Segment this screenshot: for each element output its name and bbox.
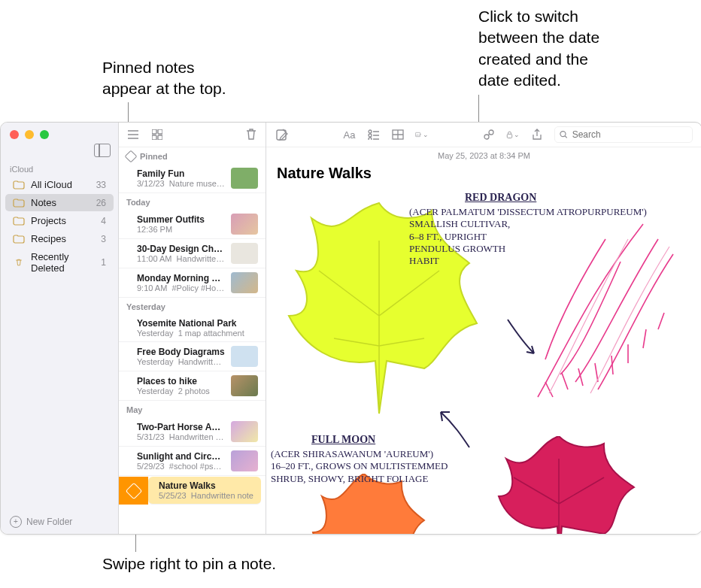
folder-icon — [13, 199, 25, 208]
section-yesterday: Yesterday — [119, 298, 266, 314]
note-title: Places to hike — [137, 376, 225, 386]
note-date: Yesterday — [137, 357, 174, 366]
sketch-label-body: (ACER SHIRASAWANUM 'AUREUM') 16–20 FT., … — [271, 448, 448, 485]
callout-date-toggle: Click to switch between the date created… — [478, 6, 599, 91]
close-button[interactable] — [10, 130, 19, 139]
note-row[interactable]: Yosemite National Park Yesterday 1 map a… — [119, 314, 266, 342]
note-row[interactable]: Free Body Diagrams Yesterday Handwritten… — [119, 342, 266, 371]
note-thumb — [231, 243, 258, 264]
note-row[interactable]: 30-Day Design Challen… 11:00 AM Handwrit… — [119, 239, 266, 268]
share-icon[interactable] — [530, 128, 544, 141]
callout-pinned: Pinned notes appear at the top. — [102, 57, 226, 100]
note-date-toggle[interactable]: May 25, 2023 at 8:34 PM — [266, 147, 701, 160]
new-folder-button[interactable]: + New Folder — [1, 510, 118, 534]
folder-all-icloud[interactable]: All iCloud 33 — [5, 176, 114, 193]
note-title-heading: Nature Walks — [266, 160, 701, 188]
folder-notes[interactable]: Notes 26 — [5, 194, 114, 211]
folder-recently-deleted[interactable]: Recently Deleted 1 — [5, 248, 114, 277]
folder-icon — [13, 180, 25, 189]
folder-label: Notes — [31, 197, 56, 208]
note-date: 12:36 PM — [137, 225, 172, 234]
window-controls — [1, 123, 118, 144]
note-sub: Handwritten note — [177, 254, 225, 263]
svg-point-5 — [369, 130, 372, 133]
editor-toolbar: Aa ⌄ ⌄ — [266, 123, 701, 147]
table-icon[interactable] — [391, 128, 405, 141]
svg-rect-1 — [158, 129, 162, 134]
media-icon[interactable]: ⌄ — [415, 128, 429, 141]
note-title: Monday Morning Meeting — [137, 273, 225, 283]
note-row[interactable]: Family Fun 3/12/23 Nature museum — [119, 164, 266, 193]
note-date: 5/31/23 — [137, 432, 165, 441]
callout-swipe: Swipe right to pin a note. — [102, 553, 276, 574]
note-title: Sunlight and Circadian… — [137, 451, 225, 462]
folder-label: Recipes — [31, 233, 66, 244]
notelist-toolbar — [119, 123, 266, 147]
note-title: Free Body Diagrams — [137, 347, 225, 357]
list-view-icon[interactable] — [126, 128, 140, 141]
note-title: 30-Day Design Challen… — [137, 244, 225, 254]
folder-list: All iCloud 33 Notes 26 Projects 4 Recipe… — [1, 175, 118, 277]
folder-recipes[interactable]: Recipes 3 — [5, 230, 114, 247]
minimize-button[interactable] — [25, 130, 34, 139]
folder-icon — [13, 217, 25, 226]
note-row[interactable]: Sunlight and Circadian… 5/29/23 #school … — [119, 447, 266, 476]
note-sub: Nature museum — [169, 179, 225, 188]
note-thumb — [231, 450, 258, 471]
note-title: Summer Outfits — [137, 214, 225, 225]
note-thumb — [231, 375, 258, 396]
toggle-sidebar-icon[interactable] — [94, 144, 111, 157]
note-sub: 1 map attachment — [178, 329, 244, 338]
callout-text: Pinned notes appear at the top. — [102, 59, 226, 97]
svg-rect-12 — [507, 134, 511, 138]
account-label: iCloud — [1, 162, 118, 175]
note-sub: #Policy #Housing… — [171, 283, 225, 292]
folder-count: 26 — [96, 198, 106, 208]
note-title: Two-Part Horse Anima… — [137, 422, 225, 432]
search-input[interactable] — [554, 126, 693, 143]
note-row[interactable]: Places to hike Yesterday 2 photos — [119, 371, 266, 401]
search-field[interactable] — [571, 129, 687, 141]
sketch-label-body: (ACER PALMATUM 'DISSECTUM ATROPURPUREUM'… — [409, 206, 647, 267]
link-icon[interactable] — [482, 128, 496, 141]
folder-icon — [13, 235, 25, 244]
note-date: 11:00 AM — [137, 254, 171, 263]
note-thumb — [231, 272, 258, 293]
notes-window: iCloud All iCloud 33 Notes 26 Projects 4… — [0, 122, 701, 535]
arrow-icon — [432, 406, 477, 451]
pin-icon — [125, 150, 138, 163]
svg-rect-9 — [415, 132, 420, 136]
lock-icon[interactable]: ⌄ — [506, 128, 520, 141]
search-icon — [560, 130, 568, 139]
note-title: Family Fun — [137, 168, 225, 179]
note-date: Yesterday — [137, 329, 174, 338]
note-sub: 2 photos — [178, 386, 210, 396]
format-icon[interactable]: Aa — [343, 128, 357, 141]
note-row[interactable]: Nature Walks 5/25/23 Handwritten note — [148, 477, 261, 505]
note-row[interactable]: Summer Outfits 12:36 PM — [119, 210, 266, 239]
pin-action-button[interactable] — [119, 477, 148, 505]
section-label: Today — [126, 198, 150, 207]
callout-text: Swipe right to pin a note. — [102, 555, 276, 572]
note-canvas[interactable]: RED DRAGON (ACER PALMATUM 'DISSECTUM ATR… — [266, 188, 701, 534]
pin-icon — [125, 482, 142, 499]
new-note-icon[interactable] — [275, 128, 289, 141]
new-folder-label: New Folder — [26, 517, 72, 527]
note-row[interactable]: Monday Morning Meeting 9:10 AM #Policy #… — [119, 268, 266, 298]
svg-point-7 — [369, 138, 372, 140]
section-may: May — [119, 401, 266, 417]
checklist-icon[interactable] — [367, 128, 381, 141]
note-list: Pinned Family Fun 3/12/23 Nature museum … — [119, 123, 266, 534]
svg-rect-0 — [152, 129, 156, 134]
note-thumb — [231, 421, 258, 442]
gallery-view-icon[interactable] — [150, 128, 164, 141]
note-row[interactable]: Two-Part Horse Anima… 5/31/23 Handwritte… — [119, 417, 266, 447]
swiped-note: Nature Walks 5/25/23 Handwritten note — [119, 477, 266, 505]
note-title: Nature Walks — [159, 480, 253, 491]
folder-projects[interactable]: Projects 4 — [5, 212, 114, 229]
delete-note-icon[interactable] — [244, 128, 258, 141]
zoom-button[interactable] — [40, 130, 49, 139]
folder-count: 1 — [101, 257, 106, 268]
note-sub: Handwritten note — [169, 432, 225, 441]
note-sub: Handwritten note — [178, 357, 225, 366]
